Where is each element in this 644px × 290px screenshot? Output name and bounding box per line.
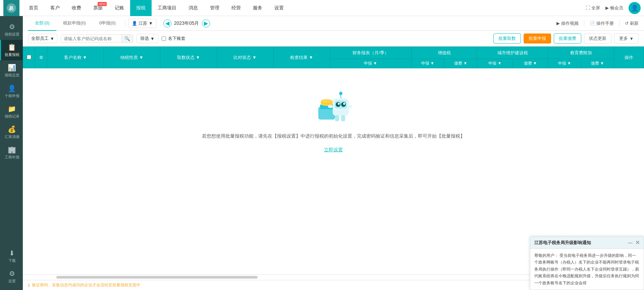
filter-chevron-icon: ▼	[150, 36, 155, 41]
notif-body: 尊敬的用户： 受当前电子税务局进一步升级的影响，同一个政务网账号（办税人）名下的…	[530, 249, 644, 290]
notif-close-btn[interactable]: ✕	[635, 239, 640, 246]
minimize-icon[interactable]: —	[628, 240, 633, 245]
tax-overview-icon: 📊	[8, 64, 16, 72]
chevron-down-icon: ▼	[50, 36, 54, 41]
th-settings[interactable]: ⚙	[35, 47, 47, 68]
th-vat-pay[interactable]: 缴费 ▼	[444, 59, 477, 68]
sidebar-item-label: 汇算清缴	[5, 135, 19, 139]
th-compare-status[interactable]: 比对状态 ▼	[217, 47, 273, 68]
refresh-icon: ↺	[625, 21, 629, 26]
setup-link[interactable]: 立即设置	[324, 147, 343, 153]
svg-point-6	[321, 99, 333, 103]
avatar[interactable]: 👤	[629, 2, 641, 14]
member-btn[interactable]: ▶ 畅会员	[605, 5, 623, 11]
account-checkbox[interactable]	[162, 37, 166, 41]
th-tax-nature[interactable]: 纳税性质 ▼	[104, 47, 160, 68]
th-city-declare[interactable]: 申报 ▼	[477, 59, 513, 68]
more-btn[interactable]: 更多 ▼	[614, 33, 639, 44]
notif-content: 尊敬的用户： 受当前电子税务局进一步升级的影响，同一个政务网账号（办税人）名下的…	[534, 253, 639, 285]
th-education: 教育费附加	[548, 47, 614, 59]
current-month: 2023年05月	[174, 20, 199, 26]
annual-report-icon: 🏢	[8, 146, 16, 154]
select-all-checkbox[interactable]	[27, 55, 31, 59]
robot-illustration	[313, 88, 354, 125]
checkbox-wrap: 名下账套	[162, 35, 185, 42]
th-check-result[interactable]: 检查结果 ▼	[273, 47, 330, 68]
nav-service[interactable]: 服务	[247, 0, 268, 16]
action-video[interactable]: ▶ 操作视频	[556, 20, 579, 26]
tab-tax-declare[interactable]: 税款申报(0)	[56, 16, 93, 31]
chevron-down-icon: ▼	[149, 21, 153, 26]
nav-settings[interactable]: 设置	[268, 0, 290, 16]
sidebar-item-annual-report[interactable]: 🏢 工商年报	[0, 142, 23, 163]
nav-bill[interactable]: 票据 NEW	[87, 0, 109, 16]
nav-fee[interactable]: 收费	[66, 0, 87, 16]
search-button[interactable]: 🔍	[121, 35, 133, 43]
sidebar-bottom: ⬇ 下载 ⚙ 设置	[6, 246, 17, 290]
batch-fetch-btn[interactable]: 批量取数	[493, 33, 521, 44]
batch-declare-btn[interactable]: 批量申报	[524, 33, 551, 44]
filter-btn[interactable]: 筛选 ▼	[137, 34, 158, 43]
table-body: 若您想使用批量报税功能，请先在【报税设置】中进行报税的初始化设置，完成密码验证和…	[23, 68, 644, 173]
new-badge: NEW	[98, 2, 107, 6]
status-icon: ℹ	[28, 283, 30, 288]
tab-zero-declare[interactable]: 0申报(0)	[93, 16, 122, 31]
action-manual[interactable]: 📄 操作手册	[590, 20, 614, 26]
nav-business[interactable]: 工商项目	[152, 0, 182, 16]
sidebar-item-label: 下载	[8, 259, 16, 263]
sidebar-item-annual-settle[interactable]: 💰 汇算清缴	[0, 122, 23, 142]
tax-record-icon: 📁	[8, 105, 16, 113]
more-chevron-icon: ▼	[629, 36, 634, 41]
sidebar-item-personal-tax[interactable]: 👤 个税申报	[0, 81, 23, 101]
th-edu-pay[interactable]: 缴费 ▼	[581, 59, 614, 68]
search-input[interactable]	[61, 35, 121, 43]
fullscreen-btn[interactable]: ⛶ 全屏	[586, 5, 600, 11]
fullscreen-icon: ⛶	[586, 5, 590, 10]
th-city-pay[interactable]: 缴费 ▼	[513, 59, 548, 68]
nav-client[interactable]: 客户	[44, 0, 66, 16]
sidebar-item-download[interactable]: ⬇ 下载	[6, 246, 17, 266]
sidebar-item-label: 个税申报	[5, 94, 19, 98]
nav-manage[interactable]: 管理	[204, 0, 225, 16]
sidebar-item-tax-settings[interactable]: ⚙ 报税设置	[0, 19, 23, 40]
tab-bar: 全部(0) 税款申报(0) 0申报(0) 👤 江苏 ▼ ◀ 2023年05月 ▶	[23, 16, 644, 31]
sidebar-item-batch-tax[interactable]: 📋 批量报税	[0, 40, 23, 60]
annual-settle-icon: 💰	[8, 125, 16, 133]
batch-tax-icon: 📋	[8, 43, 16, 51]
nav-bookkeep[interactable]: 记账	[109, 0, 130, 16]
video-icon: ▶	[556, 21, 560, 26]
svg-rect-16	[349, 105, 352, 108]
th-vat-declare[interactable]: 申报 ▼	[411, 59, 444, 68]
tab-right-actions: ▶ 操作视频 📄 操作手册 ↺ 刷新	[556, 20, 639, 27]
batch-pay-btn[interactable]: 批量缴费	[554, 33, 581, 44]
table-header-row: ⚙ 客户名称 ▼ 纳税性质 ▼ 取数状态 ▼ 比对状态 ▼	[23, 47, 644, 59]
th-edu-declare[interactable]: 申报 ▼	[548, 59, 581, 68]
svg-point-12	[343, 103, 345, 105]
h-scrollbar[interactable]	[56, 276, 258, 279]
sidebar-item-tax-overview[interactable]: 📊 报税总览	[0, 60, 23, 81]
th-fr-declare[interactable]: 申报 ▼	[330, 59, 411, 68]
nav-message[interactable]: 消息	[182, 0, 204, 16]
employee-select-label: 全部员工	[31, 35, 49, 42]
svg-point-11	[338, 103, 340, 105]
tab-divider	[125, 20, 125, 27]
tab-all[interactable]: 全部(0)	[28, 16, 56, 31]
tax-settings-icon: ⚙	[9, 23, 15, 31]
nav-home[interactable]: 首页	[23, 0, 44, 16]
status-update-btn[interactable]: 状态更新	[584, 33, 611, 44]
employee-select[interactable]: 全部员工 ▼	[28, 34, 57, 43]
sidebar-item-settings[interactable]: ⚙ 设置	[6, 266, 17, 287]
prev-month-btn[interactable]: ◀	[163, 19, 171, 27]
notif-header: 江苏电子税务局升级影响通知 — ✕	[530, 237, 644, 249]
nav-operation[interactable]: 经营	[225, 0, 247, 16]
next-month-btn[interactable]: ▶	[202, 19, 210, 27]
th-client-name: 客户名称 ▼	[47, 47, 104, 68]
region-select[interactable]: 👤 江苏 ▼	[128, 19, 157, 28]
notification-panel: 江苏电子税务局升级影响通知 — ✕ 尊敬的用户： 受当前电子税务局进一步升级的影…	[530, 236, 644, 290]
month-nav: ◀ 2023年05月 ▶	[163, 19, 210, 27]
nav-tax[interactable]: 报税	[130, 0, 152, 16]
th-vat: 增值税	[411, 47, 477, 59]
sidebar-item-tax-record[interactable]: 📁 报税记录	[0, 101, 23, 122]
th-fetch-status[interactable]: 取数状态 ▼	[160, 47, 217, 68]
action-refresh[interactable]: ↺ 刷新	[625, 20, 639, 26]
